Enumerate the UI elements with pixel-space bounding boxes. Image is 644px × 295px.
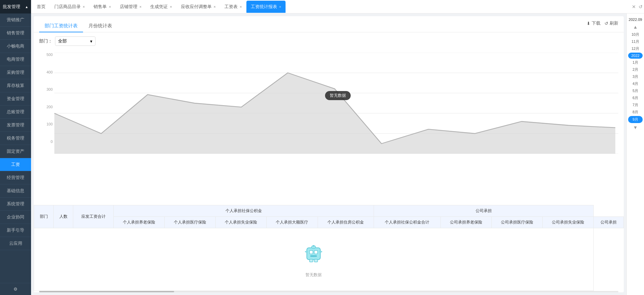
- sidebar-item-营销推广[interactable]: 营销推广: [0, 13, 31, 27]
- sidebar-item-总账管理[interactable]: 总账管理: [0, 106, 31, 119]
- tab-首页[interactable]: 首页: [32, 1, 50, 13]
- th-company: 公司承担: [374, 205, 594, 217]
- tab-店铺管理[interactable]: 店铺管理×: [115, 1, 146, 13]
- sidebar-item-经营管理[interactable]: 经营管理: [0, 171, 31, 184]
- timeline-year-label: 2022.09: [629, 18, 642, 22]
- tab-close-btn[interactable]: ×: [214, 5, 216, 9]
- svg-rect-8: [310, 250, 313, 254]
- close-all-icon[interactable]: ✕: [632, 4, 636, 9]
- sidebar-item-工资[interactable]: 工资: [0, 158, 31, 171]
- th-company-pension: 公司承担养老保险: [440, 217, 491, 228]
- timeline-item-6月[interactable]: 6月: [627, 94, 644, 101]
- sidebar-item-电商管理[interactable]: 电商管理: [0, 53, 31, 66]
- timeline-item-7月[interactable]: 7月: [627, 101, 644, 109]
- download-button[interactable]: ⬇ 下载: [587, 20, 600, 26]
- sub-tab-部门工资统计表[interactable]: 部门工资统计表: [39, 20, 83, 32]
- th-personal-pension: 个人承担养老保险: [114, 217, 165, 228]
- svg-rect-12: [320, 251, 322, 252]
- chart-svg: [54, 53, 618, 154]
- tab-close-btn[interactable]: ×: [139, 5, 141, 9]
- sub-tab-月份统计表[interactable]: 月份统计表: [83, 20, 117, 32]
- th-company-other: 公司承担: [593, 217, 623, 228]
- sidebar-item-固定资产[interactable]: 固定资产: [0, 145, 31, 158]
- chart-inner: 暂无数据: [54, 53, 618, 154]
- timeline-items: 10月11月12月20221月2月3月4月5月6月7月8月9月: [627, 31, 644, 123]
- timeline-down-arrow[interactable]: ▼: [633, 123, 638, 131]
- tab-close-btn[interactable]: ×: [279, 5, 281, 9]
- sidebar-item-云应用[interactable]: 云应用: [0, 237, 31, 250]
- tab-生成凭证[interactable]: 生成凭证×: [146, 1, 176, 13]
- timeline-item-5月[interactable]: 5月: [627, 87, 644, 94]
- y-label-500: 500: [39, 53, 53, 57]
- sub-tabs: 部门工资统计表月份统计表 ⬇ 下载 ↺ 刷新: [34, 16, 624, 32]
- department-select[interactable]: 全部 ▾: [55, 36, 96, 46]
- timeline-item-2月[interactable]: 2月: [627, 66, 644, 73]
- chart-area: 0 100 200 300 400 500: [34, 50, 624, 205]
- y-label-400: 400: [39, 70, 53, 74]
- timeline-item-11月[interactable]: 11月: [627, 38, 644, 45]
- timeline-item-2022[interactable]: 2022: [628, 53, 643, 59]
- refresh-icon: ↺: [605, 21, 608, 26]
- timeline-panel: 2022.09 ▲ 10月11月12月20221月2月3月4月5月6月7月8月9…: [626, 13, 644, 295]
- tab-label: 店铺管理: [120, 4, 137, 10]
- sidebar-settings[interactable]: ⚙: [0, 283, 31, 295]
- y-axis: 0 100 200 300 400 500: [39, 53, 53, 144]
- y-label-0: 0: [39, 140, 53, 144]
- tab-close-btn[interactable]: ×: [83, 5, 85, 9]
- scrollbar[interactable]: [39, 291, 618, 292]
- tab-工资统计报表[interactable]: 工资统计报表×: [246, 1, 286, 13]
- sidebar-item-企业协同[interactable]: 企业协同: [0, 211, 31, 224]
- main-area: 首页门店商品目录×销售单×店铺管理×生成凭证×应收应付调整单×工资表×工资统计报…: [31, 0, 644, 295]
- sidebar-item-库存核算[interactable]: 库存核算: [0, 79, 31, 92]
- sidebar-item-发票管理[interactable]: 发票管理: [0, 119, 31, 132]
- timeline-item-3月[interactable]: 3月: [627, 73, 644, 80]
- timeline-item-1月[interactable]: 1月: [627, 59, 644, 66]
- tab-close-btn[interactable]: ×: [109, 5, 111, 9]
- svg-rect-10: [310, 255, 317, 257]
- content-wrapper: 部门工资统计表月份统计表 ⬇ 下载 ↺ 刷新 部门： 全部 ▾: [31, 13, 644, 295]
- sidebar-item-小畅电商[interactable]: 小畅电商: [0, 40, 31, 53]
- tab-items: 首页门店商品目录×销售单×店铺管理×生成凭证×应收应付调整单×工资表×工资统计报…: [32, 1, 629, 13]
- svg-rect-13: [310, 259, 313, 262]
- timeline-item-10月[interactable]: 10月: [627, 31, 644, 38]
- sidebar-item-新手引导[interactable]: 新手引导: [0, 224, 31, 237]
- timeline-item-4月[interactable]: 4月: [627, 80, 644, 87]
- th-personal-insurance: 个人承担社保公积金: [114, 205, 374, 217]
- tab-bar: 首页门店商品目录×销售单×店铺管理×生成凭证×应收应付调整单×工资表×工资统计报…: [31, 0, 644, 13]
- sidebar-header[interactable]: 批发管理 ▲: [0, 0, 31, 13]
- th-department: 部门: [34, 205, 54, 228]
- timeline-up-arrow[interactable]: ▲: [633, 23, 638, 31]
- chart-tooltip: 暂无数据: [325, 91, 351, 100]
- filter-label: 部门：: [39, 38, 52, 44]
- th-count: 人数: [54, 205, 73, 228]
- empty-state: 暂无数据: [37, 231, 590, 288]
- table-header-row2: 个人承担养老保险 个人承担医疗保险 个人承担失业保险 个人承担大额医疗 个人承担…: [34, 217, 624, 228]
- chart-container: 0 100 200 300 400 500: [39, 53, 618, 154]
- tab-close-btn[interactable]: ×: [170, 5, 172, 9]
- y-label-100: 100: [39, 122, 53, 126]
- svg-rect-11: [305, 251, 307, 252]
- sidebar-item-销售管理[interactable]: 销售管理: [0, 27, 31, 40]
- sidebar-item-资金管理[interactable]: 资金管理: [0, 92, 31, 106]
- empty-text: 暂无数据: [305, 272, 322, 278]
- tab-应收应付调整单[interactable]: 应收应付调整单×: [177, 1, 220, 13]
- tab-销售单[interactable]: 销售单×: [89, 1, 115, 13]
- tab-工资表[interactable]: 工资表×: [220, 1, 246, 13]
- timeline-item-12月[interactable]: 12月: [627, 45, 644, 52]
- th-personal-medical: 个人承担医疗保险: [165, 217, 216, 228]
- refresh-tabs-icon[interactable]: ↺: [639, 4, 643, 9]
- sidebar-item-采购管理[interactable]: 采购管理: [0, 66, 31, 79]
- timeline-item-9月[interactable]: 9月: [628, 116, 643, 123]
- tab-close-btn[interactable]: ×: [240, 5, 242, 9]
- timeline-item-8月[interactable]: 8月: [627, 109, 644, 116]
- refresh-button[interactable]: ↺ 刷新: [605, 20, 618, 26]
- sidebar-item-基础信息[interactable]: 基础信息: [0, 184, 31, 198]
- th-personal-unemployment: 个人承担失业保险: [216, 217, 267, 228]
- sidebar-item-税务管理[interactable]: 税务管理: [0, 132, 31, 145]
- th-personal-major-medical: 个人承担大额医疗: [267, 217, 318, 228]
- tab-label: 门店商品目录: [54, 4, 81, 10]
- y-label-200: 200: [39, 105, 53, 109]
- tab-门店商品目录[interactable]: 门店商品目录×: [50, 1, 89, 13]
- department-value: 全部: [58, 38, 67, 44]
- sidebar-item-系统管理[interactable]: 系统管理: [0, 198, 31, 211]
